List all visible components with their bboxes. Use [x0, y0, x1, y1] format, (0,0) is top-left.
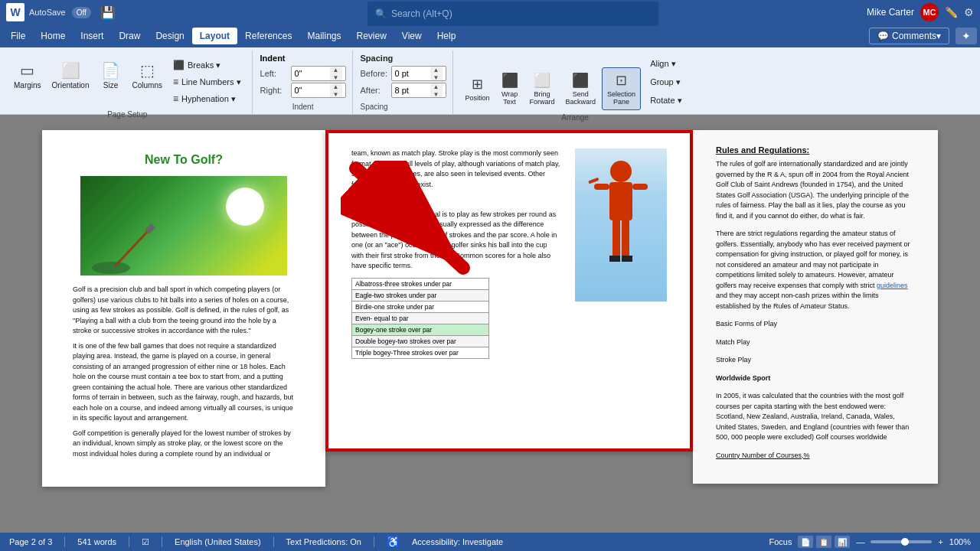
spacing-group-label: Spacing [361, 99, 446, 111]
comments-button[interactable]: 💬 Comments ▾ [869, 28, 949, 44]
menu-home[interactable]: Home [33, 28, 73, 44]
spacing-before-field[interactable] [392, 69, 430, 78]
spacing-after-input[interactable]: ▲ ▼ [391, 83, 446, 98]
page-center: team, known as match play. Stroke play i… [325, 130, 693, 452]
check-icon: ☑ [142, 537, 149, 547]
table-row: Birdie-one stroke under par [352, 301, 489, 312]
table-row: Albatross-three strokes under par [352, 278, 489, 289]
position-button[interactable]: ⊞ Position [461, 67, 495, 110]
copilot-button[interactable]: ✦ [956, 28, 977, 44]
divider-3 [162, 536, 162, 547]
indent-left-down[interactable]: ▼ [330, 73, 342, 81]
avatar[interactable]: MC [920, 3, 939, 21]
page-setup-small-buttons: ⬛ Breaks ▾ ≡ Line Numbers ▾ ≡ Hyphenatio… [168, 57, 246, 107]
bring-forward-icon: ⬜ [534, 72, 550, 89]
line-numbers-button[interactable]: ≡ Line Numbers ▾ [168, 73, 246, 90]
indent-left-field[interactable] [292, 69, 330, 78]
worldwide-body: In 2005, it was calculated that the coun… [716, 391, 915, 443]
spacing-after-up[interactable]: ▲ [430, 83, 443, 90]
zoom-minus[interactable]: — [856, 537, 864, 546]
view-icon-2[interactable]: 📋 [816, 536, 831, 548]
position-icon: ⊞ [472, 76, 483, 93]
zoom-slider[interactable] [871, 540, 932, 543]
send-backward-button[interactable]: ⬛ SendBackward [561, 67, 601, 110]
columns-icon: ⬚ [140, 61, 155, 80]
indent-group-label: Indent [292, 99, 314, 111]
spacing-after-label: After: [361, 86, 388, 95]
menu-help[interactable]: Help [430, 28, 464, 44]
indent-right-down[interactable]: ▼ [330, 90, 342, 98]
indent-left-input[interactable]: ▲ ▼ [291, 66, 346, 81]
svg-rect-8 [612, 220, 620, 259]
menu-layout[interactable]: Layout [192, 28, 237, 44]
svg-rect-7 [632, 184, 648, 190]
send-backward-icon: ⬛ [572, 72, 589, 89]
indent-left-up[interactable]: ▲ [330, 66, 342, 73]
menu-review[interactable]: Review [348, 28, 394, 44]
indent-right-field[interactable] [292, 86, 330, 95]
menu-references[interactable]: References [237, 28, 299, 44]
spacing-after-down[interactable]: ▼ [430, 90, 443, 98]
menu-file[interactable]: File [3, 28, 33, 44]
spacing-before-label: Before: [361, 69, 388, 78]
align-button[interactable]: Align ▾ [645, 55, 686, 72]
indent-right-input[interactable]: ▲ ▼ [291, 83, 346, 98]
spacing-before-input[interactable]: ▲ ▼ [391, 66, 446, 81]
indent-right-label: Right: [260, 86, 288, 95]
selection-pane-icon: ⊡ [616, 72, 627, 89]
breaks-button[interactable]: ⬛ Breaks ▾ [168, 57, 246, 73]
search-input[interactable] [391, 8, 651, 19]
menu-insert[interactable]: Insert [73, 28, 111, 44]
rotate-button[interactable]: Rotate ▾ [645, 92, 686, 109]
indent-label: Indent [260, 54, 346, 63]
menu-draw[interactable]: Draw [111, 28, 148, 44]
view-icon-1[interactable]: 📄 [798, 536, 813, 548]
indent-left-row: Left: ▲ ▼ [260, 66, 346, 81]
zoom-area: Focus 📄 📋 📊 — + 100% [769, 536, 971, 548]
menu-mailings[interactable]: Mailings [299, 28, 348, 44]
indent-left-label: Left: [260, 69, 288, 78]
table-row-highlight: Bogey-one stroke over par [352, 324, 489, 335]
score-eagle: Eagle-two strokes under par [352, 289, 489, 301]
guidelines-link[interactable]: guidelines [877, 282, 908, 289]
menu-design[interactable]: Design [148, 28, 191, 44]
ribbon-group-page-setup: ▭ Margins ⬜ Orientation 📄 Size ⬚ Columns… [3, 51, 253, 114]
score-birdie: Birdie-one stroke under par [352, 301, 489, 312]
svg-rect-4 [609, 182, 632, 220]
pen-icon[interactable]: ✏️ [945, 6, 958, 18]
save-icon[interactable]: 💾 [100, 5, 116, 20]
orientation-button[interactable]: ⬜ Orientation [47, 54, 94, 96]
score-bogey: Bogey-one stroke over par [352, 324, 489, 335]
ribbon-group-spacing: Spacing Before: ▲ ▼ After: ▲ ▼ Spacing [354, 51, 453, 114]
menu-bar: File Home Insert Draw Design Layout Refe… [0, 24, 980, 47]
wrap-text-button[interactable]: ⬛ WrapText [496, 67, 524, 110]
margins-button[interactable]: ▭ Margins [9, 54, 46, 96]
two-pages: New To Golf? Golf is a precision club an… [42, 130, 938, 487]
settings-icon[interactable]: ⚙ [964, 6, 974, 18]
zoom-plus[interactable]: + [938, 537, 942, 546]
ribbon-group-arrange: ⊞ Position ⬛ WrapText ⬜ BringForward ⬛ S… [455, 51, 696, 114]
score-triple-bogey: Triple bogey-Three strokes over par [352, 347, 489, 358]
view-icon-3[interactable]: 📊 [835, 536, 850, 548]
size-button[interactable]: 📄 Size [96, 54, 126, 96]
columns-button[interactable]: ⬚ Columns [128, 54, 167, 96]
selection-pane-button[interactable]: ⊡ SelectionPane [602, 67, 641, 110]
center-body-2: In every form of play the goal is to pla… [351, 210, 561, 272]
group-button[interactable]: Group ▾ [645, 73, 686, 90]
spacing-before-up[interactable]: ▲ [430, 66, 443, 73]
indent-right-up[interactable]: ▲ [330, 83, 342, 90]
hyphenation-button[interactable]: ≡ Hyphenation ▾ [168, 90, 246, 107]
svg-rect-5 [594, 184, 609, 190]
spacing-before-down[interactable]: ▼ [430, 73, 443, 81]
zoom-icons: 📄 📋 📊 [798, 536, 850, 548]
divider-5 [374, 536, 374, 547]
autosave-toggle[interactable]: Off [72, 7, 91, 18]
svg-rect-6 [588, 178, 599, 184]
focus-button[interactable]: Focus [769, 537, 792, 546]
bring-forward-button[interactable]: ⬜ BringForward [525, 67, 560, 110]
zoom-thumb [901, 538, 909, 546]
svg-rect-9 [622, 220, 629, 259]
menu-view[interactable]: View [394, 28, 430, 44]
spacing-after-field[interactable] [392, 86, 430, 95]
svg-point-3 [610, 161, 632, 182]
